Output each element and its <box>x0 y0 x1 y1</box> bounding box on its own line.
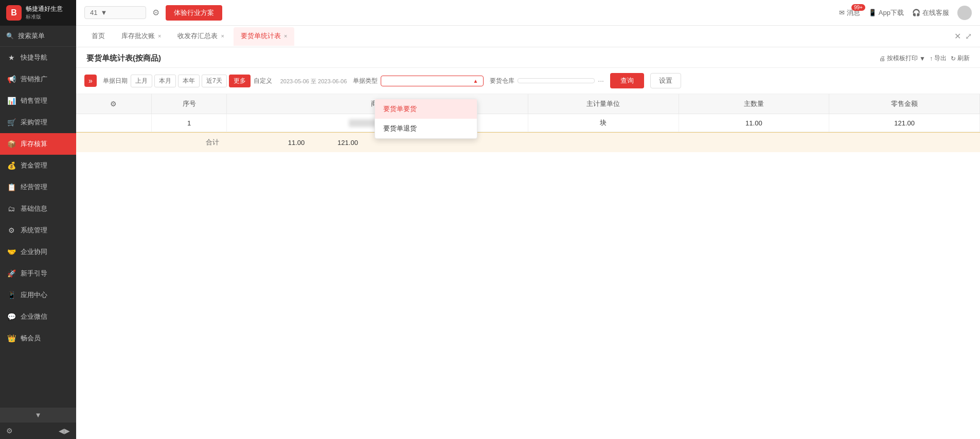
data-table: ⚙ 序号 商品 主计量单位 主数量 零售金额 1 <box>76 94 980 132</box>
nav-icon-vip: 👑 <box>6 333 16 343</box>
tab-inventory-batch[interactable]: 库存批次账 × <box>114 27 168 46</box>
sidebar-item-system[interactable]: ⚙系统管理 <box>0 220 76 241</box>
tab-recv-summary[interactable]: 收发存汇总表 × <box>170 27 231 46</box>
sidebar-item-purchase[interactable]: 🛒采购管理 <box>0 112 76 133</box>
footer-label: 合计 <box>82 138 219 147</box>
sidebar-item-finance[interactable]: 💰资金管理 <box>0 155 76 176</box>
nav-label-guide: 新手引导 <box>21 269 47 278</box>
filter-bar: » 单据日期 上月 本月 本年 近7天 更多 自定义 2023-05-06 至 … <box>76 68 980 94</box>
th-amount: 零售金额 <box>829 94 980 114</box>
collapse-icon[interactable]: ◀▶ <box>59 427 70 435</box>
sidebar-item-quick-nav[interactable]: ★快捷导航 <box>0 47 76 68</box>
refresh-btn[interactable]: ↻ 刷新 <box>951 54 970 63</box>
main-content: 41 ▼ ⚙ 体验行业方案 ✉ 消息 99+ 📱 App下载 🎧 在线客服 <box>76 0 980 439</box>
row-settings-cell <box>76 114 151 132</box>
type-filter-select[interactable]: ▲ <box>381 76 484 86</box>
gear-icon[interactable]: ⚙ <box>110 100 117 108</box>
export-btn[interactable]: ↑ 导出 <box>930 54 947 63</box>
row-amount: 121.00 <box>829 114 980 132</box>
topbar-right: ✉ 消息 99+ 📱 App下载 🎧 在线客服 <box>839 6 972 20</box>
user-avatar[interactable] <box>957 6 972 20</box>
tab-close-requisition-summary[interactable]: × <box>284 33 287 39</box>
online-service-btn[interactable]: 🎧 在线客服 <box>912 8 949 17</box>
online-service-label: 在线客服 <box>922 8 949 17</box>
sidebar-item-app-center[interactable]: 📱应用中心 <box>0 284 76 306</box>
footer-amount: 121.00 <box>322 139 373 147</box>
nav-label-system: 系统管理 <box>21 226 47 235</box>
nav-label-finance: 资金管理 <box>21 161 47 170</box>
refresh-label: 刷新 <box>957 54 970 63</box>
date-btn-this-month[interactable]: 本月 <box>154 75 176 87</box>
th-settings[interactable]: ⚙ <box>76 94 151 114</box>
topbar-gear-icon[interactable]: ⚙ <box>152 8 159 17</box>
app-download-btn[interactable]: 📱 App下载 <box>868 8 904 17</box>
date-btn-prev-month[interactable]: 上月 <box>131 75 152 87</box>
type-dropdown: 要货单要货要货单退货 <box>375 99 477 139</box>
warehouse-filter-select[interactable] <box>518 78 595 83</box>
sidebar-item-wechat[interactable]: 💬企业微信 <box>0 306 76 327</box>
sidebar-item-operations[interactable]: 📋经营管理 <box>0 176 76 198</box>
sidebar-item-inventory[interactable]: 📦库存核算 <box>0 133 76 155</box>
nav-icon-guide: 🚀 <box>6 268 16 279</box>
sidebar-item-guide[interactable]: 🚀新手引导 <box>0 263 76 284</box>
sidebar-item-marketing[interactable]: 📢营销推广 <box>0 68 76 90</box>
sidebar-item-basic[interactable]: 🗂基础信息 <box>0 198 76 220</box>
nav-icon-basic: 🗂 <box>6 204 16 214</box>
row-quantity: 11.00 <box>679 114 829 132</box>
company-selector-text: 41 <box>90 9 97 16</box>
headset-icon: 🎧 <box>912 9 920 16</box>
date-custom-label[interactable]: 自定义 <box>254 77 272 85</box>
date-btn-7days[interactable]: 近7天 <box>202 75 227 87</box>
settings-icon[interactable]: ⚙ <box>6 427 13 435</box>
filter-expand-btn[interactable]: » <box>84 75 97 87</box>
date-btn-more[interactable]: 更多 <box>229 75 251 87</box>
topbar-left: 41 ▼ ⚙ 体验行业方案 <box>84 5 222 21</box>
nav-icon-operations: 📋 <box>6 182 16 192</box>
warehouse-filter-label: 要货仓库 <box>490 77 514 85</box>
app-version: 标准版 <box>26 13 63 21</box>
nav-label-enterprise: 企业协同 <box>21 247 47 257</box>
tab-requisition-summary[interactable]: 要货单统计表 × <box>234 27 294 46</box>
tab-home[interactable]: 首页 <box>84 27 112 46</box>
nav-icon-inventory: 📦 <box>6 139 16 149</box>
filter-more-dots[interactable]: ··· <box>598 77 604 85</box>
messages-btn[interactable]: ✉ 消息 99+ <box>839 8 860 17</box>
print-label: 按模板打印 <box>887 54 918 63</box>
sidebar-scroll-down[interactable]: ▼ <box>0 408 76 422</box>
date-range-display: 2023-05-06 至 2023-06-06 <box>280 78 347 85</box>
date-btn-this-year[interactable]: 本年 <box>178 75 200 87</box>
print-btn[interactable]: 🖨 按模板打印 ▼ <box>879 54 925 63</box>
search-menu[interactable]: 🔍 搜索菜单 <box>0 26 76 47</box>
sidebar-item-vip[interactable]: 👑畅会员 <box>0 327 76 349</box>
nav-label-vip: 畅会员 <box>21 334 41 343</box>
tab-close-inventory-batch[interactable]: × <box>158 33 161 39</box>
sidebar: B 畅捷通好生意 标准版 🔍 搜索菜单 ★快捷导航📢营销推广📊销售管理🛒采购管理… <box>0 0 76 439</box>
row-unit: 块 <box>528 114 679 132</box>
table-row: 1 ████████████ 块 11.00 121.00 <box>76 114 980 132</box>
industry-btn[interactable]: 体验行业方案 <box>166 5 222 21</box>
footer-quantity: 11.00 <box>271 139 322 147</box>
date-filter-label: 单据日期 <box>103 77 128 85</box>
nav-icon-app-center: 📱 <box>6 290 16 300</box>
sidebar-bottom: ⚙ ◀▶ <box>0 422 76 439</box>
th-quantity: 主数量 <box>679 94 829 114</box>
print-dropdown-icon: ▼ <box>919 55 925 62</box>
dropdown-item-return[interactable]: 要货单退货 <box>375 119 477 138</box>
table-header-row: ⚙ 序号 商品 主计量单位 主数量 零售金额 <box>76 94 980 114</box>
app-download-label: App下载 <box>879 8 904 17</box>
export-icon: ↑ <box>930 55 933 62</box>
nav-label-quick-nav: 快捷导航 <box>21 53 47 62</box>
tab-label-requisition-summary: 要货单统计表 <box>241 31 281 41</box>
company-selector[interactable]: 41 ▼ <box>84 6 146 19</box>
tab-close-recv-summary[interactable]: × <box>221 33 224 39</box>
refresh-icon: ↻ <box>951 55 956 62</box>
sidebar-item-sales[interactable]: 📊销售管理 <box>0 90 76 112</box>
tab-close-all[interactable]: ✕ <box>954 31 961 41</box>
nav-label-operations: 经营管理 <box>21 182 47 192</box>
tab-label-inventory-batch: 库存批次账 <box>121 31 155 41</box>
table-settings-btn[interactable]: 设置 <box>650 73 681 88</box>
tab-expand[interactable]: ⤢ <box>965 31 972 41</box>
query-btn[interactable]: 查询 <box>610 73 644 88</box>
dropdown-item-order[interactable]: 要货单要货 <box>375 99 477 119</box>
sidebar-item-enterprise[interactable]: 🤝企业协同 <box>0 241 76 263</box>
